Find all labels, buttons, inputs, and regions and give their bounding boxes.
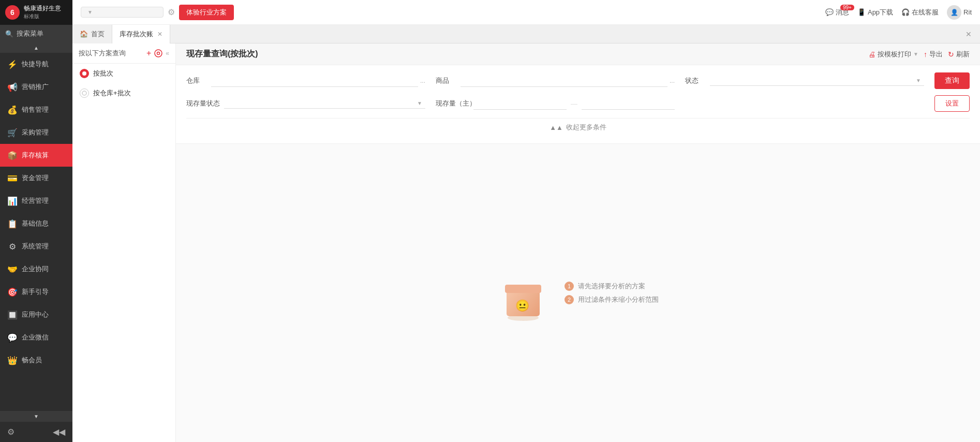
- filter-panel-actions: + «: [146, 49, 169, 58]
- system-icon: ⚙: [7, 241, 18, 252]
- sidebar-item-finance[interactable]: 💳 资金管理: [0, 167, 72, 189]
- notifications-btn[interactable]: 💬 消息 99+: [825, 8, 849, 17]
- app-download-btn[interactable]: 📱 App下载: [857, 8, 893, 17]
- online-service-btn[interactable]: 🎧 在线客服: [901, 8, 939, 17]
- finance-icon: 💳: [7, 173, 18, 183]
- settings-icon[interactable]: ⚙: [7, 427, 14, 437]
- scheme-inactive-icon: [80, 89, 89, 98]
- product-dots[interactable]: ...: [670, 77, 675, 84]
- sidebar-item-system[interactable]: ⚙ 系统管理: [0, 235, 72, 258]
- search-chevron-icon: ▼: [87, 9, 93, 15]
- app-info: 畅康通好生意 标准版: [24, 5, 61, 20]
- settings-btn[interactable]: 设置: [934, 95, 970, 112]
- tab-close-btn[interactable]: ✕: [157, 31, 162, 38]
- tab-inventory-batch[interactable]: 库存批次账 ✕: [112, 25, 170, 43]
- experience-btn[interactable]: 体验行业方案: [179, 5, 234, 20]
- query-btn[interactable]: 查询: [934, 72, 970, 89]
- sidebar-item-label: 畅会员: [22, 356, 42, 365]
- inventory-icon: 📦: [7, 150, 18, 160]
- stock-quantity-range: —: [473, 97, 675, 110]
- sidebar-menu: ⚡ 快捷导航 📢 营销推广 💰 销售管理 🛒 采购管理 📦 库存核算 💳 资金管…: [0, 53, 72, 411]
- sidebar-item-label: 基础信息: [22, 219, 49, 228]
- scheme-settings-btn[interactable]: [154, 49, 162, 57]
- quick-nav-icon: ⚡: [7, 59, 18, 69]
- scroll-down-btn[interactable]: ▼: [0, 411, 72, 421]
- basic-info-icon: 📋: [7, 218, 18, 229]
- svg-point-0: [155, 50, 162, 57]
- sidebar-item-guide[interactable]: 🎯 新手引导: [0, 281, 72, 303]
- left-filter-panel: 按以下方案查询 + « 按批次: [72, 43, 176, 442]
- search-bar[interactable]: ▼: [81, 7, 164, 18]
- page-header: 现存量查询(按批次) 🖨 按模板打印 ▼ ↑ 导出 ↻ 刷新: [176, 43, 980, 65]
- message-icon: 💬: [825, 8, 834, 16]
- empty-state: 😐 1 请先选择要分析的方案: [176, 144, 980, 442]
- empty-tip-1: 1 请先选择要分析的方案: [565, 282, 659, 291]
- warehouse-input[interactable]: [211, 75, 418, 87]
- svg-point-1: [157, 52, 160, 55]
- sidebar-item-wechat[interactable]: 💬 企业微信: [0, 326, 72, 349]
- status-select[interactable]: ▼: [710, 76, 924, 86]
- stock-quantity-max[interactable]: [582, 97, 675, 110]
- sidebar-item-inventory[interactable]: 📦 库存核算: [0, 144, 72, 167]
- sidebar-item-purchase[interactable]: 🛒 采购管理: [0, 121, 72, 144]
- collapse-panel-btn[interactable]: «: [166, 50, 169, 57]
- refresh-btn[interactable]: ↻ 刷新: [948, 50, 970, 59]
- sidebar-item-member[interactable]: 👑 畅会员: [0, 349, 72, 372]
- collapse-filter-label: 收起更多条件: [566, 123, 606, 132]
- sidebar-item-app-center[interactable]: 🔲 应用中心: [0, 303, 72, 326]
- refresh-label: 刷新: [956, 50, 970, 59]
- sidebar-item-label: 销售管理: [22, 105, 49, 114]
- collapse-filter-btn[interactable]: ▲▲ 收起更多条件: [186, 118, 970, 136]
- status-filter: 状态 ▼: [685, 76, 924, 86]
- product-input[interactable]: [461, 75, 667, 87]
- service-icon: 🎧: [901, 8, 910, 16]
- warehouse-filter: 仓库 ...: [186, 75, 425, 87]
- filter-panel-header: 按以下方案查询 + «: [72, 43, 175, 64]
- empty-tips: 1 请先选择要分析的方案 2 用过滤条件来缩小分析范围: [565, 282, 659, 304]
- scroll-up-btn[interactable]: ▲: [0, 42, 72, 53]
- collapse-icon[interactable]: ◀◀: [53, 427, 65, 437]
- scheme-warehouse-batch[interactable]: 按仓库+批次: [72, 83, 175, 103]
- user-menu[interactable]: 👤 Rit: [947, 5, 972, 20]
- user-avatar: 👤: [947, 5, 961, 20]
- topbar: ▼ ⚙ 体验行业方案 💬 消息 99+ 📱 App下载 🎧 在线客服 👤: [72, 0, 980, 25]
- scheme-active-icon: [80, 69, 89, 78]
- sidebar-item-label: 应用中心: [22, 310, 49, 319]
- product-label: 商品: [436, 76, 456, 85]
- svg-rect-6: [505, 285, 541, 293]
- range-separator: —: [571, 100, 577, 108]
- add-scheme-btn[interactable]: +: [146, 49, 151, 58]
- guide-icon: 🎯: [7, 287, 18, 297]
- sidebar-item-operations[interactable]: 📊 经营管理: [0, 189, 72, 212]
- stock-quantity-min[interactable]: [473, 97, 567, 110]
- member-icon: 👑: [7, 355, 18, 365]
- status-select-arrow: ▼: [916, 78, 921, 83]
- sidebar-item-marketing[interactable]: 📢 营销推广: [0, 76, 72, 98]
- content-area: 按以下方案查询 + « 按批次: [72, 43, 980, 442]
- search-label: 搜索菜单: [17, 29, 43, 38]
- tabbar-close-all-btn[interactable]: ✕: [966, 30, 972, 38]
- app-download-icon: 📱: [857, 8, 866, 16]
- sidebar-item-enterprise[interactable]: 🤝 企业协同: [0, 258, 72, 281]
- sidebar-item-quick-nav[interactable]: ⚡ 快捷导航: [0, 53, 72, 76]
- tip-num-2: 2: [565, 295, 574, 304]
- sidebar-footer: ⚙ ◀◀: [0, 421, 72, 442]
- export-btn[interactable]: ↑ 导出: [924, 50, 943, 59]
- topbar-gear-icon[interactable]: ⚙: [168, 7, 175, 17]
- tab-home[interactable]: 🏠 首页: [72, 25, 112, 43]
- stock-status-arrow: ▼: [417, 100, 422, 106]
- status-label: 状态: [685, 76, 706, 85]
- filter-row-2: 现存量状态 ▼ 现存量（主） —: [186, 95, 970, 112]
- sidebar-item-sales[interactable]: 💰 销售管理: [0, 98, 72, 121]
- online-service-label: 在线客服: [912, 8, 939, 17]
- scheme-warehouse-batch-label: 按仓库+批次: [93, 89, 131, 98]
- scheme-batch[interactable]: 按批次: [72, 64, 175, 83]
- sidebar-item-label: 资金管理: [22, 173, 49, 183]
- svg-point-3: [82, 91, 86, 95]
- warehouse-dots[interactable]: ...: [420, 77, 425, 84]
- print-btn[interactable]: 🖨 按模板打印 ▼: [868, 50, 918, 59]
- right-main-panel: 现存量查询(按批次) 🖨 按模板打印 ▼ ↑ 导出 ↻ 刷新: [176, 43, 980, 442]
- sidebar-item-basic-info[interactable]: 📋 基础信息: [0, 212, 72, 235]
- stock-status-select[interactable]: ▼: [224, 98, 425, 109]
- sidebar-search[interactable]: 🔍 搜索菜单: [0, 25, 72, 42]
